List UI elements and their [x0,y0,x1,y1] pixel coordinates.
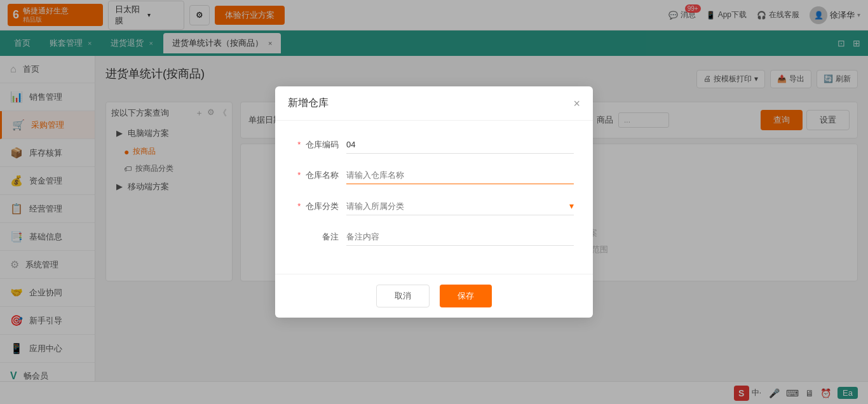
name-required-star: * [297,170,301,180]
code-label-text: 仓库编码 [306,140,339,149]
modal-body: * 仓库编码 * 仓库名称 * 仓库分类 [275,121,593,274]
type-label: * 仓库分类 [294,201,339,212]
cancel-button[interactable]: 取消 [376,285,430,307]
warehouse-type-input[interactable] [346,201,569,211]
save-button[interactable]: 保存 [440,285,492,307]
warehouse-name-input[interactable] [346,166,574,184]
type-dropdown-icon: ▾ [569,201,574,211]
name-label: * 仓库名称 [294,170,339,181]
form-row-remark: 备注 [294,228,574,246]
modal-title: 新增仓库 [288,97,329,110]
type-required-star: * [297,201,301,211]
remark-input[interactable] [346,228,574,246]
modal-header: 新增仓库 × [275,86,593,121]
remark-label: 备注 [294,231,339,243]
form-row-name: * 仓库名称 [294,166,574,184]
modal-footer: 取消 保存 [275,274,593,318]
code-label: * 仓库编码 [294,139,339,151]
modal-close-icon[interactable]: × [573,98,580,109]
required-star: * [297,140,301,149]
form-row-code: * 仓库编码 [294,136,574,154]
modal-overlay: 新增仓库 × * 仓库编码 * 仓库名称 [0,0,868,404]
warehouse-code-input[interactable] [346,136,574,154]
name-label-text: 仓库名称 [306,170,339,180]
warehouse-type-select[interactable]: ▾ [346,197,574,215]
type-label-text: 仓库分类 [306,201,339,211]
form-row-type: * 仓库分类 ▾ [294,197,574,215]
modal-add-warehouse: 新增仓库 × * 仓库编码 * 仓库名称 [275,86,593,318]
